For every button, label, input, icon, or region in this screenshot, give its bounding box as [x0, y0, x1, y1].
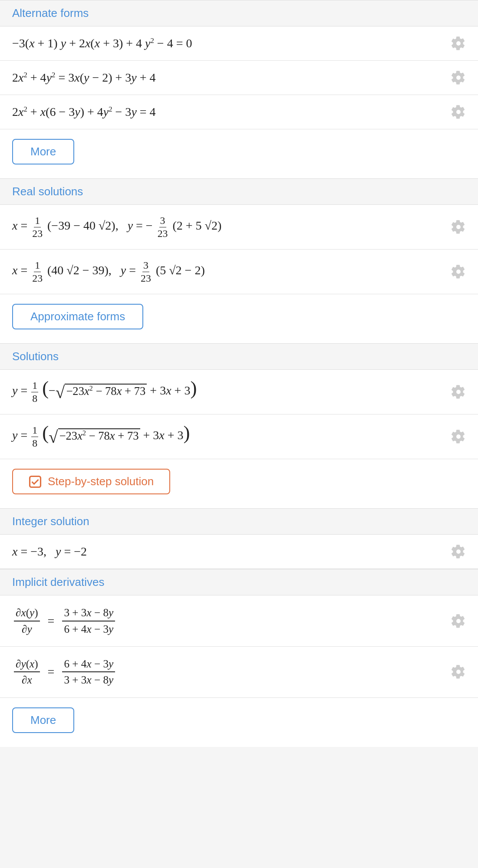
integer-solution-section: Integer solution x = −3, y = −2	[0, 508, 478, 569]
settings-icon-imp1[interactable]	[451, 614, 466, 628]
settings-icon-int1[interactable]	[451, 544, 466, 559]
table-row: −3(x + 1) y + 2x(x + 3) + 4 y2 − 4 = 0	[0, 26, 478, 61]
solution-1: y = 1 8 (−√−23x2 − 78x + 73 + 3x + 3)	[12, 379, 446, 404]
alt-form-1: −3(x + 1) y + 2x(x + 3) + 4 y2 − 4 = 0	[12, 36, 446, 50]
table-row: ∂y(x) ∂x = 6 + 4x − 3y 3 + 3x − 8y	[0, 647, 478, 698]
table-row: y = 1 8 (−√−23x2 − 78x + 73 + 3x + 3)	[0, 370, 478, 414]
table-row: x = 1 23 (40 √2 − 39), y = 3 23 (5 √2 − …	[0, 250, 478, 294]
solution-2: y = 1 8 (√−23x2 − 78x + 73 + 3x + 3)	[12, 424, 446, 449]
alt-form-3: 2x2 + x(6 − 3y) + 4y2 − 3y = 4	[12, 105, 446, 119]
table-row: y = 1 8 (√−23x2 − 78x + 73 + 3x + 3)	[0, 414, 478, 459]
table-row: x = 1 23 (−39 − 40 √2), y = − 3 23 (2 + …	[0, 205, 478, 250]
implicit-derivatives-more-button[interactable]: More	[12, 707, 74, 733]
svg-rect-0	[30, 476, 41, 487]
implicit-derivative-1: ∂x(y) ∂y = 3 + 3x − 8y 6 + 4x − 3y	[12, 605, 446, 637]
table-row: x = −3, y = −2	[0, 535, 478, 569]
settings-icon-alt1[interactable]	[451, 36, 466, 51]
table-row: ∂x(y) ∂y = 3 + 3x − 8y 6 + 4x − 3y	[0, 595, 478, 647]
integer-solution-1: x = −3, y = −2	[12, 545, 446, 559]
settings-icon-sol2[interactable]	[451, 429, 466, 444]
step-by-step-button[interactable]: Step-by-step solution	[12, 469, 170, 494]
table-row: 2x2 + x(6 − 3y) + 4y2 − 3y = 4	[0, 95, 478, 129]
settings-icon-imp2[interactable]	[451, 664, 466, 679]
implicit-derivatives-section: Implicit derivatives ∂x(y) ∂y = 3 + 3x −…	[0, 569, 478, 746]
alt-form-2: 2x2 + 4y2 = 3x(y − 2) + 3y + 4	[12, 71, 446, 85]
real-solution-2: x = 1 23 (40 √2 − 39), y = 3 23 (5 √2 − …	[12, 259, 446, 284]
integer-solution-header: Integer solution	[0, 508, 478, 535]
alternate-forms-more-button[interactable]: More	[12, 139, 74, 164]
alternate-forms-section: Alternate forms −3(x + 1) y + 2x(x + 3) …	[0, 0, 478, 178]
approximate-forms-button[interactable]: Approximate forms	[12, 304, 143, 329]
implicit-derivatives-header: Implicit derivatives	[0, 569, 478, 595]
real-solutions-header: Real solutions	[0, 178, 478, 205]
checkmark-icon	[29, 475, 42, 488]
real-solution-1: x = 1 23 (−39 − 40 √2), y = − 3 23 (2 + …	[12, 214, 446, 240]
settings-icon-rs1[interactable]	[451, 220, 466, 234]
solutions-header: Solutions	[0, 343, 478, 370]
settings-icon-rs2[interactable]	[451, 264, 466, 279]
implicit-derivative-2: ∂y(x) ∂x = 6 + 4x − 3y 3 + 3x − 8y	[12, 656, 446, 688]
settings-icon-sol1[interactable]	[451, 385, 466, 399]
settings-icon-alt2[interactable]	[451, 70, 466, 85]
solutions-section: Solutions y = 1 8 (−√−23x2 − 78x + 73 + …	[0, 343, 478, 508]
alternate-forms-header: Alternate forms	[0, 0, 478, 26]
table-row: 2x2 + 4y2 = 3x(y − 2) + 3y + 4	[0, 61, 478, 95]
settings-icon-alt3[interactable]	[451, 105, 466, 119]
real-solutions-section: Real solutions x = 1 23 (−39 − 40 √2), y…	[0, 178, 478, 343]
